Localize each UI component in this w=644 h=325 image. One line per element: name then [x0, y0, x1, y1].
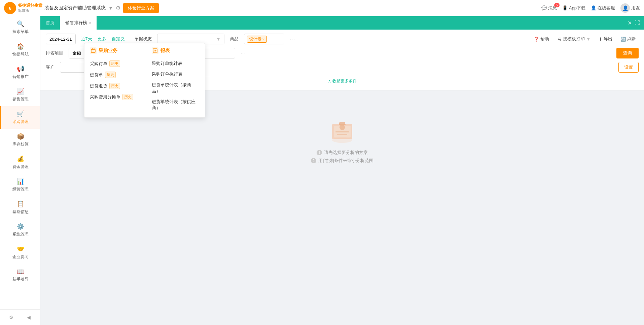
- date-7days[interactable]: 近7天: [81, 36, 92, 42]
- dropdown-item-goods-in[interactable]: 进货单 历史: [88, 69, 139, 80]
- industry-btn[interactable]: 体验行业方案: [123, 3, 159, 13]
- sidebar-item-marketing[interactable]: 📢 营销推广: [0, 61, 40, 84]
- tab-close-icon[interactable]: ✕: [628, 20, 632, 26]
- user-btn[interactable]: 👤 用友: [620, 3, 640, 13]
- dropdown-item-purchase-order-exec[interactable]: 采购订单执行表: [150, 69, 201, 80]
- online-service-btn[interactable]: 👤 在线客服: [591, 5, 615, 11]
- inventory-icon: 📦: [17, 133, 24, 140]
- purchase-icon: 🛒: [17, 110, 24, 118]
- purchase-col-icon: [90, 47, 97, 54]
- sidebar-item-guide[interactable]: 📖 新手引导: [0, 264, 40, 286]
- phone-icon: 📱: [562, 5, 568, 10]
- sidebar-guide-label: 新手引导: [12, 277, 29, 282]
- dropdown-item-purchase-cost[interactable]: 采购费用分摊单 历史: [88, 91, 139, 103]
- svg-rect-7: [337, 134, 347, 135]
- date-range[interactable]: 2024-12-31: [46, 34, 76, 44]
- sidebar-sales-label: 销售管理: [12, 96, 29, 102]
- help-label: 帮助: [540, 36, 549, 42]
- dropdown-item-goods-return[interactable]: 进货退货 历史: [88, 80, 139, 91]
- sidebar-marketing-label: 营销推广: [12, 74, 29, 80]
- report-col: 报表 采购订单统计表 采购订单执行表 进货单统计表（按商品） 进货单统计表（按供…: [146, 47, 205, 113]
- report-col-title: 报表: [150, 47, 201, 54]
- goods-tag: 设计素 ×: [247, 36, 267, 43]
- tip1-icon: 1: [317, 150, 322, 155]
- query-btn[interactable]: 查询: [616, 48, 639, 58]
- date-custom[interactable]: 自定义: [112, 36, 125, 42]
- tab-home[interactable]: 首页: [40, 16, 60, 30]
- rank-value: 金额: [72, 50, 81, 56]
- sidebar-settings-btn[interactable]: ⚙: [6, 312, 16, 322]
- tab-home-label: 首页: [46, 20, 55, 26]
- sidebar-item-operation[interactable]: 📊 经营管理: [0, 174, 40, 196]
- home-icon: 🏠: [17, 43, 24, 50]
- dropdown-item-goods-stat-by-product[interactable]: 进货单统计表（按商品）: [150, 80, 201, 96]
- goods-in-label: 进货单: [90, 72, 103, 78]
- purchase-col: 采购业务 采购订单 历史 进货单 历史 进货退货 历史 采购费用分摊单 历史: [84, 47, 143, 113]
- date-more[interactable]: 更多: [98, 36, 106, 42]
- sidebar-collapse-btn[interactable]: ◀: [24, 312, 34, 322]
- sidebar-system-label: 系统管理: [12, 232, 29, 237]
- dropdown-item-goods-stat-by-supplier[interactable]: 进货单统计表（按供应商）: [150, 96, 201, 113]
- dropdown-item-purchase-order[interactable]: 采购订单 历史: [88, 58, 139, 69]
- app-download-btn[interactable]: 📱 App下载: [562, 5, 585, 11]
- service-icon: 👤: [591, 5, 596, 10]
- refresh-label: 刷新: [627, 36, 636, 42]
- sidebar-item-search[interactable]: 🔍 搜索菜单: [0, 16, 40, 39]
- staff-more-dots[interactable]: ···: [241, 51, 246, 56]
- sidebar-basic-label: 基础信息: [12, 209, 29, 215]
- sidebar-item-quick-nav[interactable]: 🏠 快捷导航: [0, 39, 40, 61]
- sidebar-item-inventory[interactable]: 📦 库存核算: [0, 129, 40, 151]
- empty-illustration: [325, 117, 359, 144]
- system-settings-icon[interactable]: ⚙: [116, 5, 120, 11]
- goods-in-hist: 历史: [105, 72, 116, 78]
- print-btn[interactable]: 🖨 按模板打印 ▼: [554, 35, 593, 43]
- dropdown-item-purchase-order-stat[interactable]: 采购订单统计表: [150, 58, 201, 69]
- goods-filter[interactable]: 设计素 ×: [244, 34, 284, 44]
- tab-expand-icon[interactable]: ⛶: [635, 20, 640, 26]
- date-start-text: 2024-12-31: [49, 37, 72, 42]
- tab-sales-rank-close[interactable]: ×: [89, 21, 91, 25]
- status-dropdown-arrow: ▼: [216, 37, 221, 42]
- purchase-col-title: 采购业务: [88, 47, 139, 54]
- rank-label: 排名项目: [46, 50, 63, 56]
- goods-more-dots[interactable]: ···: [290, 37, 295, 42]
- help-btn[interactable]: ❓ 帮助: [531, 35, 552, 43]
- sidebar-item-basic[interactable]: 📋 基础信息: [0, 196, 40, 219]
- sidebar-item-purchase[interactable]: 🛒 采购管理: [0, 106, 40, 129]
- sidebar-item-finance[interactable]: 💰 资金管理: [0, 151, 40, 174]
- marketing-icon: 📢: [17, 65, 24, 73]
- print-icon: 🖨: [557, 37, 562, 42]
- sidebar-item-sales[interactable]: 📈 销售管理: [0, 84, 40, 106]
- purchase-cost-hist: 历史: [122, 94, 133, 100]
- tab-sales-rank-label: 销售排行榜: [65, 20, 87, 26]
- sidebar-footer: ⚙ ◀: [0, 309, 40, 325]
- header-right: 💬 消息 5 📱 App下载 👤 在线客服 👤 用友: [541, 3, 640, 13]
- tip2-icon: 2: [311, 158, 316, 163]
- message-btn[interactable]: 💬 消息 5: [541, 5, 557, 11]
- sidebar-item-cooperation[interactable]: 🤝 企业协同: [0, 241, 40, 264]
- svg-point-5: [339, 125, 345, 130]
- sidebar-purchase-label: 采购管理: [12, 119, 29, 125]
- setting-btn[interactable]: 设置: [618, 62, 639, 73]
- export-btn[interactable]: ⬇ 导出: [596, 35, 615, 43]
- svg-rect-9: [91, 49, 95, 52]
- tab-sales-rank[interactable]: 销售排行榜 ×: [60, 16, 97, 30]
- refresh-btn[interactable]: 🔄 刷新: [618, 35, 639, 43]
- refresh-icon: 🔄: [620, 37, 626, 42]
- sidebar: 🔍 搜索菜单 🏠 快捷导航 📢 营销推广 📈 销售管理 🛒 采购管理 📦 库存核…: [0, 16, 40, 325]
- sidebar-item-system[interactable]: ⚙️ 系统管理: [0, 219, 40, 241]
- goods-stat-by-supplier-label: 进货单统计表（按供应商）: [152, 99, 200, 111]
- query-btn-area: 查询: [616, 48, 639, 58]
- search-icon: 🔍: [17, 20, 24, 28]
- sidebar-inventory-label: 库存核算: [12, 141, 29, 147]
- customer-label: 客户: [46, 64, 55, 70]
- goods-return-hist: 历史: [109, 83, 120, 89]
- sidebar-cooperation-label: 企业协同: [12, 254, 29, 260]
- purchase-order-hist: 历史: [109, 60, 120, 67]
- goods-tag-close[interactable]: ×: [262, 37, 264, 41]
- guide-icon: 📖: [17, 268, 24, 275]
- collapse-arrow: ∧: [328, 79, 331, 84]
- print-dropdown[interactable]: ▼: [586, 37, 591, 42]
- system-dropdown-arrow[interactable]: ▼: [108, 5, 113, 11]
- system-title-text: 装备及固定资产辅助管理系统: [44, 5, 106, 11]
